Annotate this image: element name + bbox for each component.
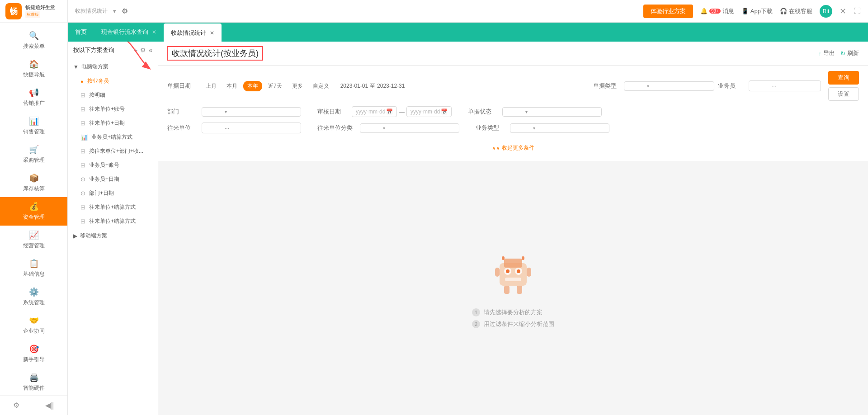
date-range: 2023-01-01 至 2023-12-31 [340, 82, 405, 90]
scheme-item-icon-0: ● [80, 79, 84, 84]
scheme-item-partner-dept[interactable]: ⊞ 按往来单位+部门+收... [68, 144, 158, 158]
logo-text: 畅捷通好生意 标准版 [25, 4, 55, 18]
scheme-item-salesman[interactable]: ● 按业务员 [68, 74, 158, 88]
header-actions: 体验行业方案 🔔 99+ 消息 📱 App下载 🎧 在线客服 Rit [643, 5, 861, 18]
scheme-item-icon-7: ⊙ [80, 176, 85, 183]
scheme-item-salesman-date[interactable]: ⊙ 业务员+日期 [68, 172, 158, 186]
notification-icon: 🔔 [700, 8, 708, 14]
date-tab-custom[interactable]: 自定义 [309, 81, 333, 91]
audit-date-end-input[interactable]: yyyy-mm-dd 📅 [406, 106, 452, 117]
svg-rect-8 [495, 268, 500, 277]
scheme-collapse-btn[interactable]: « [149, 47, 152, 54]
sidebar-item-marketing[interactable]: 📢 营销推广 [0, 83, 67, 112]
scheme-item-partner-date[interactable]: ⊞ 往来单位+日期 [68, 116, 158, 130]
biz-type-select[interactable]: ▾ [510, 123, 609, 133]
user-avatar[interactable]: Rit [820, 5, 832, 18]
date-tab-last-month[interactable]: 上月 [202, 81, 221, 91]
page-header-actions: ↑ 导出 ↻ 刷新 [819, 49, 859, 57]
dept-label: 部门 [167, 108, 194, 116]
dept-select[interactable]: ▾ [202, 107, 301, 117]
date-tab-more[interactable]: 更多 [288, 81, 307, 91]
doc-status-select[interactable]: ▾ [502, 107, 602, 117]
sidebar-item-guide[interactable]: 🎯 新手引导 [0, 340, 67, 368]
collapse-sidebar-btn[interactable]: ◀‖ [45, 401, 54, 410]
search-icon: 🔍 [29, 31, 39, 41]
empty-illustration [486, 245, 540, 299]
header-gear-btn[interactable]: ⚙ [122, 7, 128, 15]
dept-arrow: ▾ [225, 109, 227, 114]
sidebar-item-system[interactable]: ⚙️ 系统管理 [0, 283, 67, 311]
sidebar-item-purchase[interactable]: 🛒 采购管理 [0, 140, 67, 169]
date-tab-this-year[interactable]: 本年 [243, 81, 262, 91]
sidebar-item-finance[interactable]: 💰 资金管理 [0, 197, 67, 226]
export-button[interactable]: ↑ 导出 [819, 49, 835, 57]
sidebar-item-smart[interactable]: 🖨️ 智能硬件 [0, 368, 67, 395]
partner-dots: ··· [225, 125, 229, 131]
filter-row-partner: 往来单位 ··· 往来单位分类 ▾ 业务类型 [167, 123, 859, 133]
sidebar-item-inventory[interactable]: 📦 库存核算 [0, 169, 67, 197]
date-tab-this-month[interactable]: 本月 [222, 81, 241, 91]
mobile-group-arrow: ▶ [73, 233, 77, 239]
date-label: 单据日期 [167, 82, 194, 90]
smart-icon: 🖨️ [29, 373, 39, 382]
enterprise-icon: 🤝 [29, 316, 39, 325]
sidebar-item-operations[interactable]: 📈 经营管理 [0, 226, 67, 254]
partner-type-arrow: ▾ [383, 126, 385, 131]
svg-rect-11 [517, 286, 522, 294]
audit-date-start-input[interactable]: yyyy-mm-dd 📅 [352, 106, 397, 117]
purchase-icon: 🛒 [29, 145, 39, 155]
partner-type-select[interactable]: ▾ [360, 123, 459, 133]
mobile-group-title[interactable]: ▶ 移动端方案 [68, 228, 158, 243]
setting-button[interactable]: 设置 [828, 87, 859, 101]
sidebar-item-basic[interactable]: 📋 基础信息 [0, 254, 67, 283]
collapse-conditions-btn[interactable]: ∧∧ 收起更多条件 [492, 141, 534, 156]
scheme-item-salesman-account[interactable]: ⊞ 业务员+账号 [68, 158, 158, 172]
window-close-icon[interactable]: ✕ [840, 6, 846, 16]
breadcrumb-dropdown-icon[interactable]: ▾ [113, 8, 116, 14]
tab-home[interactable]: 首页 [68, 23, 94, 42]
scheme-add-btn[interactable]: + [134, 47, 137, 54]
svg-rect-9 [527, 268, 531, 277]
scheme-item-partner-settlement-2[interactable]: ⊞ 往来单位+结算方式 [68, 214, 158, 228]
doc-type-select[interactable]: ▾ [624, 81, 714, 91]
sidebar-item-search[interactable]: 🔍 搜索菜单 [0, 26, 67, 55]
filter-row-date: 单据日期 上月 本月 本年 近7天 更多 自定义 2023-01-01 至 [167, 71, 859, 101]
date-tab-7days[interactable]: 近7天 [264, 81, 286, 91]
scheme-item-salesman-settlement[interactable]: 📊 业务员+结算方式 [68, 130, 158, 144]
svg-rect-2 [504, 259, 522, 268]
settings-footer-btn[interactable]: ⚙ [13, 401, 19, 410]
scheme-item-partner-settlement-1[interactable]: ⊞ 往来单位+结算方式 [68, 200, 158, 214]
scheme-item-partner-account[interactable]: ⊞ 往来单位+账号 [68, 102, 158, 116]
doc-type-arrow: ▾ [647, 84, 649, 89]
guide-icon: 🎯 [29, 344, 39, 354]
app-download-btn[interactable]: 📱 App下载 [741, 7, 773, 15]
svg-rect-13 [522, 256, 524, 260]
tab-collection-close[interactable]: ✕ [210, 30, 214, 36]
window-maximize-icon[interactable]: ⛶ [854, 7, 861, 15]
date-tabs: 上月 本月 本年 近7天 更多 自定义 [202, 81, 333, 91]
sidebar-item-sales[interactable]: 📊 销售管理 [0, 112, 67, 140]
sidebar-item-enterprise[interactable]: 🤝 企业协同 [0, 311, 67, 340]
tip-item-1: 1 请先选择要分析的方案 [472, 308, 554, 316]
empty-tips: 1 请先选择要分析的方案 2 用过滤条件来缩小分析范围 [472, 308, 554, 332]
notification-btn[interactable]: 🔔 99+ 消息 [700, 7, 734, 15]
salesman-select[interactable]: ··· [749, 80, 821, 91]
desktop-group-title[interactable]: ▼ 电脑端方案 [68, 59, 158, 74]
refresh-button[interactable]: ↻ 刷新 [840, 49, 859, 57]
tab-bar: 首页 现金银行流水查询 ✕ 收款情况统计 ✕ [68, 23, 868, 42]
scheme-item-dept-date[interactable]: ⊙ 部门+日期 [68, 186, 158, 200]
calendar-icon-start: 📅 [386, 108, 393, 115]
online-service-btn[interactable]: 🎧 在线客服 [780, 7, 812, 15]
trial-button[interactable]: 体验行业方案 [643, 5, 693, 18]
scheme-item-detail[interactable]: ⊞ 按明细 [68, 88, 158, 102]
doc-type-filter: 单据类型 ▾ 业务员 ··· [412, 80, 821, 91]
partner-select[interactable]: ··· [202, 123, 301, 133]
scheme-panel-title: 按以下方案查询 [73, 46, 114, 54]
tab-collection[interactable]: 收款情况统计 ✕ [164, 24, 222, 42]
tab-bank-flow[interactable]: 现金银行流水查询 ✕ [94, 23, 164, 42]
query-button[interactable]: 查询 [828, 71, 859, 85]
scheme-setting-btn[interactable]: ⚙ [140, 47, 146, 54]
tip-item-2: 2 用过滤条件来缩小分析范围 [472, 320, 554, 328]
tab-bank-flow-close[interactable]: ✕ [152, 29, 156, 35]
sidebar-item-quick-nav[interactable]: 🏠 快捷导航 [0, 55, 67, 83]
